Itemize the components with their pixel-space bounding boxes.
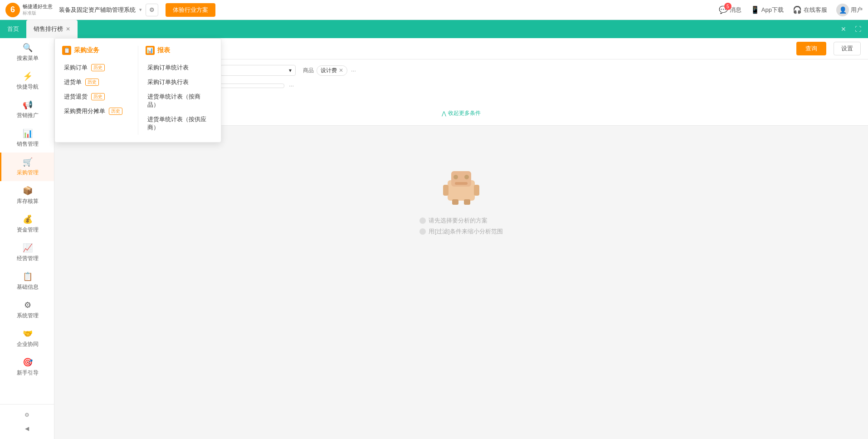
settings-icon: ⚙	[24, 412, 29, 418]
logo-icon: 6	[5, 3, 20, 17]
logo-area: 6 畅捷通好生意 标准版	[5, 3, 55, 17]
notifications-button[interactable]: 💬 5 消息	[719, 5, 741, 14]
ops-icon: 📈	[23, 243, 33, 253]
topbar: 6 畅捷通好生意 标准版 装备及固定资产辅助管理系统 ▾ ⚙ 体验行业方案 💬 …	[0, 0, 868, 20]
sidebar-item-quicknav[interactable]: ⚡ 快捷导航	[0, 67, 54, 95]
info-icon: 📋	[23, 271, 33, 281]
dropdown-item-order-stats[interactable]: 采购订单统计表	[146, 60, 214, 75]
settings-button[interactable]: 设置	[834, 42, 861, 55]
sidebar-item-collaboration[interactable]: 🤝 企业协同	[0, 324, 54, 353]
dropdown-item-inbound-stats-supplier[interactable]: 进货单统计表（按供应商）	[146, 112, 214, 135]
sidebar-item-inventory[interactable]: 📦 库存核算	[0, 181, 54, 210]
empty-hint-2-text: 用[过滤]条件来缩小分析范围	[429, 227, 502, 236]
topbar-right: 💬 5 消息 📱 App下载 🎧 在线客服 👤 用户	[719, 4, 863, 16]
industry-solution-button[interactable]: 体验行业方案	[166, 3, 215, 17]
search-icon: 🔍	[23, 43, 33, 53]
collapse-label: 收起更多条件	[448, 109, 481, 117]
tab-home-label: 首页	[7, 25, 19, 33]
sidebar-item-operations-label: 经营管理	[17, 255, 39, 262]
sidebar-item-system[interactable]: ⚙ 系统管理	[0, 296, 54, 324]
tab-sales-ranking[interactable]: 销售排行榜 ✕	[26, 20, 78, 38]
sidebar-item-sales-label: 销售管理	[17, 140, 39, 148]
svg-point-3	[464, 175, 469, 179]
app-download-button[interactable]: 📱 App下载	[751, 5, 784, 14]
collapse-icon: ◀	[25, 425, 29, 432]
purchase-section-label: 采购业务	[74, 46, 99, 54]
tab-close-icon[interactable]: ✕	[66, 26, 70, 32]
dot-icon-2	[419, 228, 426, 235]
report-section-icon: 📊	[146, 46, 155, 55]
dropdown-item-order-exec[interactable]: 采购订单执行表	[146, 75, 214, 89]
purchase-dropdown-menu: 📋 采购业务 采购订单 历史 进货单 历史 进货退货 历史 采购费用分摊单 历史…	[54, 38, 221, 143]
dropdown-item-inbound[interactable]: 进货单 历史	[62, 75, 131, 89]
empty-texts: 请先选择要分析的方案 用[过滤]条件来缩小分析范围	[419, 217, 502, 238]
notification-badge: 5	[724, 3, 731, 10]
tab-fullscreen-button[interactable]: ⛶	[852, 23, 864, 35]
dropdown-item-purchase-order[interactable]: 采购订单 历史	[62, 60, 131, 75]
sidebar: 🔍 搜索菜单 ⚡ 快捷导航 📢 营销推广 📊 销售管理 🛒 采购管理 📦 库存核…	[0, 38, 54, 439]
purchase-order-label: 采购订单	[64, 64, 88, 72]
salesperson-select[interactable]	[215, 84, 284, 88]
goods-tag-text: 设计费	[321, 67, 337, 74]
purchase-section-title: 📋 采购业务	[62, 46, 131, 55]
headset-icon: 🎧	[793, 5, 802, 14]
sidebar-bottom: ⚙ ◀	[0, 404, 54, 439]
goods-more-button[interactable]: ···	[349, 67, 358, 74]
purchase-order-history-badge: 历史	[91, 64, 105, 71]
sidebar-item-finance-label: 资金管理	[17, 226, 39, 234]
settings-gear-button[interactable]: ⚙	[146, 4, 158, 16]
chevron-down-icon[interactable]: ▾	[139, 7, 142, 13]
sidebar-item-sales[interactable]: 📊 销售管理	[0, 124, 54, 153]
dropdown-item-expense[interactable]: 采购费用分摊单 历史	[62, 104, 131, 118]
online-service-button[interactable]: 🎧 在线客服	[793, 5, 827, 14]
app-sub: 标准版	[23, 10, 53, 16]
sidebar-item-finance[interactable]: 💰 资金管理	[0, 210, 54, 238]
sidebar-item-purchase-label: 采购管理	[17, 169, 39, 177]
user-profile-button[interactable]: 👤 用户	[836, 4, 863, 16]
doc-status-select[interactable]: ▾	[220, 65, 296, 76]
tab-close-window-button[interactable]: ✕	[837, 23, 850, 35]
goods-tag-close-icon[interactable]: ✕	[339, 67, 343, 74]
box-icon: 📦	[23, 186, 33, 196]
sidebar-bottom-settings[interactable]: ⚙	[0, 408, 54, 422]
report-section-label: 报表	[157, 46, 170, 54]
system-icon: ⚙	[24, 300, 31, 310]
purchase-business-col: 📋 采购业务 采购订单 历史 进货单 历史 进货退货 历史 采购费用分摊单 历史	[62, 46, 131, 135]
inbound-stats-goods-label: 进货单统计表（按商品）	[147, 93, 212, 109]
inbound-stats-supplier-label: 进货单统计表（按供应商）	[147, 115, 212, 132]
svg-point-2	[454, 175, 458, 179]
sidebar-item-system-label: 系统管理	[17, 312, 39, 320]
expense-label: 采购费用分摊单	[64, 107, 105, 115]
order-exec-label: 采购订单执行表	[147, 78, 189, 86]
query-button[interactable]: 查询	[796, 42, 826, 55]
expense-history-badge: 历史	[109, 108, 122, 115]
inbound-history-badge: 历史	[85, 79, 99, 86]
dropdown-item-return[interactable]: 进货退货 历史	[62, 89, 131, 104]
tabbar: 首页 销售排行榜 ✕ ✕ ⛶	[0, 20, 868, 38]
tab-home[interactable]: 首页	[0, 20, 26, 38]
money-icon: 💰	[23, 214, 33, 224]
megaphone-icon: 📢	[23, 100, 33, 110]
sidebar-item-guide[interactable]: 🎯 新手引导	[0, 353, 54, 381]
dropdown-item-inbound-stats-goods[interactable]: 进货单统计表（按商品）	[146, 89, 214, 112]
sidebar-item-basic-info[interactable]: 📋 基础信息	[0, 267, 54, 296]
sidebar-bottom-collapse[interactable]: ◀	[0, 422, 54, 435]
sidebar-item-operations[interactable]: 📈 经营管理	[0, 238, 54, 267]
sidebar-item-purchase[interactable]: 🛒 采购管理	[0, 153, 54, 181]
empty-state: 请先选择要分析的方案 用[过滤]条件来缩小分析范围	[54, 126, 868, 275]
sidebar-item-collaboration-label: 企业协同	[17, 340, 39, 348]
svg-rect-6	[474, 185, 479, 196]
inbound-label: 进货单	[64, 78, 82, 86]
sidebar-item-marketing-label: 营销推广	[17, 112, 39, 119]
sidebar-item-search[interactable]: 🔍 搜索菜单	[0, 38, 54, 67]
tabbar-actions: ✕ ⛶	[837, 23, 868, 35]
svg-rect-8	[464, 199, 470, 205]
empty-hint-1: 请先选择要分析的方案	[419, 217, 502, 225]
svg-rect-4	[455, 182, 468, 185]
sidebar-item-marketing[interactable]: 📢 营销推广	[0, 95, 54, 124]
salesperson-more-button[interactable]: ···	[287, 82, 296, 89]
phone-icon: 📱	[751, 5, 760, 14]
app-name: 畅捷通好生意	[23, 3, 53, 10]
empty-illustration	[439, 162, 484, 207]
report-col: 📊 报表 采购订单统计表 采购订单执行表 进货单统计表（按商品） 进货单统计表（…	[138, 46, 214, 135]
